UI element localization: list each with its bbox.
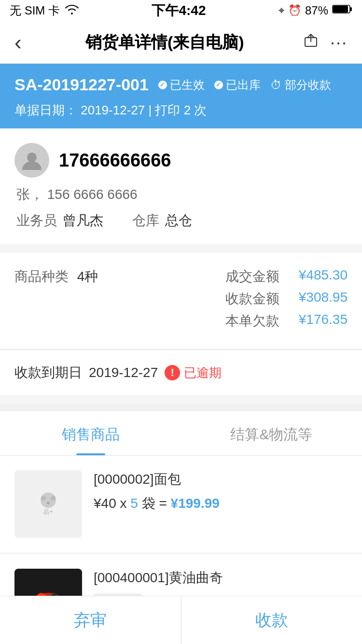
nav-bar: ‹ 销货单详情(来自电脑) ···: [0, 21, 362, 64]
customer-name-text: 张，: [16, 187, 43, 202]
sales-info: 业务员 曾凡杰: [16, 211, 103, 230]
product-types-label: 商品种类: [14, 269, 69, 284]
product-types-count: 4种: [77, 269, 98, 284]
status-time: 下午4:42: [152, 1, 206, 20]
bottom-bar: 弃审 收款: [0, 596, 362, 644]
price-unit-1: 袋: [142, 496, 155, 511]
overdue-label: 已逾期: [184, 364, 222, 381]
print-separator: | 打印: [148, 103, 180, 117]
product-name-2: [000400001]黄油曲奇: [94, 569, 348, 587]
battery-text: 87%: [305, 4, 328, 17]
financial-stats: 成交金额 ¥485.30 收款金额 ¥308.95 本单欠款 ¥176.35: [225, 267, 348, 334]
more-icon[interactable]: ···: [330, 32, 348, 53]
status-left: 无 SIM 卡: [10, 3, 79, 18]
tabs-container: 销售商品 结算&物流等: [0, 411, 362, 456]
customer-phone: 17666666666: [59, 150, 171, 171]
product-info-1: [0000002]面包 ¥40 x 5 袋 = ¥199.99: [94, 470, 348, 513]
debt-value: ¥176.35: [299, 312, 348, 330]
price-total-1: ¥199.99: [171, 496, 220, 511]
cancel-review-button[interactable]: 弃审: [0, 596, 181, 644]
customer-avatar: [14, 143, 49, 178]
collect-payment-label: 收款: [255, 609, 288, 631]
print-unit: 次: [194, 103, 207, 117]
order-date-line: 单据日期： 2019-12-27 | 打印 2 次: [14, 102, 348, 119]
amount-value: ¥485.30: [299, 267, 348, 286]
sales-label: 业务员: [16, 211, 57, 230]
warehouse-name: 总仓: [165, 211, 192, 230]
location-icon: ⌖: [278, 4, 284, 17]
product-price-1: ¥40 x 5 袋 = ¥199.99: [94, 494, 348, 513]
page-title: 销货单详情(来自电脑): [27, 31, 303, 54]
order-date: 2019-12-27: [81, 103, 145, 117]
price-eq-1: =: [159, 496, 170, 511]
svg-text:品+: 品+: [43, 508, 53, 515]
sim-status: 无 SIM 卡: [10, 3, 60, 18]
svg-rect-1: [350, 7, 352, 11]
badge-active: 已生效: [158, 77, 205, 93]
warehouse-label: 仓库: [132, 211, 159, 230]
divider-1: [0, 245, 362, 253]
received-label: 收款金额: [225, 290, 279, 308]
customer-meta: 业务员 曾凡杰 仓库 总仓: [14, 211, 348, 230]
customer-section: 17666666666 张， 156 6666 6666 业务员 曾凡杰 仓库 …: [0, 128, 362, 244]
tab-sales-products-label: 销售商品: [62, 426, 120, 442]
order-banner: SA-20191227-001 已生效 已出库 ⏱ 部分收款 单据日期： 201…: [0, 64, 362, 128]
svg-point-7: [51, 496, 56, 501]
received-row: 收款金额 ¥308.95: [225, 290, 348, 308]
customer-top: 17666666666: [14, 143, 348, 178]
order-banner-top: SA-20191227-001 已生效 已出库 ⏱ 部分收款: [14, 75, 348, 94]
clock-icon: ⏱: [270, 78, 282, 92]
customer-name-phone: 156 6666 6666: [47, 187, 138, 202]
badge-shipped: 已出库: [214, 77, 261, 93]
cancel-review-label: 弃审: [74, 609, 107, 631]
check-icon-active: [158, 81, 167, 89]
status-right: ⌖ ⏰ 87%: [278, 4, 352, 17]
alarm-icon: ⏰: [288, 4, 301, 17]
share-icon[interactable]: [303, 33, 319, 52]
price-x-1: x: [120, 496, 131, 511]
tab-settlement-label: 结算&物流等: [230, 426, 312, 442]
svg-rect-2: [333, 6, 348, 13]
debt-label: 本单欠款: [225, 312, 279, 330]
product-name-1: [0000002]面包: [94, 470, 348, 489]
due-section: 收款到期日 2019-12-27 ! 已逾期: [0, 350, 362, 396]
price-qty-1: 5: [130, 496, 138, 511]
date-label: 单据日期：: [14, 103, 77, 117]
order-id: SA-20191227-001: [14, 75, 149, 94]
received-value: ¥308.95: [299, 290, 348, 308]
tab-sales-products[interactable]: 销售商品: [0, 411, 181, 455]
product-item: 品+ [0000002]面包 ¥40 x 5 袋 = ¥199.99: [0, 456, 362, 552]
overdue-badge: ! 已逾期: [165, 364, 222, 381]
product-types: 商品种类 4种: [14, 267, 98, 286]
price-base-1: ¥40: [94, 496, 116, 511]
warehouse-info: 仓库 总仓: [132, 211, 192, 230]
divider-3: [0, 404, 362, 411]
check-icon-shipped: [214, 81, 223, 89]
svg-point-8: [47, 502, 50, 504]
customer-info: 张， 156 6666 6666: [14, 185, 348, 204]
wifi-icon: [65, 4, 79, 17]
tab-settlement[interactable]: 结算&物流等: [181, 411, 362, 455]
svg-point-4: [27, 153, 37, 162]
debt-row: 本单欠款 ¥176.35: [225, 312, 348, 330]
nav-actions: ···: [303, 32, 348, 53]
product-image-1: 品+: [14, 470, 82, 538]
due-date-value: 2019-12-27: [89, 365, 158, 380]
back-button[interactable]: ‹: [14, 26, 27, 59]
battery-icon: [332, 4, 352, 17]
due-date-label: 收款到期日: [14, 364, 82, 382]
sales-name: 曾凡杰: [63, 211, 103, 230]
collect-payment-button[interactable]: 收款: [181, 596, 362, 644]
badge-partial: ⏱ 部分收款: [270, 77, 331, 93]
svg-point-6: [41, 496, 46, 501]
overdue-icon: !: [165, 365, 180, 380]
amount-label: 成交金额: [225, 267, 279, 286]
stats-section: 商品种类 4种 成交金额 ¥485.30 收款金额 ¥308.95 本单欠款 ¥…: [0, 253, 362, 349]
print-count: 2: [184, 103, 191, 117]
status-bar: 无 SIM 卡 下午4:42 ⌖ ⏰ 87%: [0, 0, 362, 21]
amount-row: 成交金额 ¥485.30: [225, 267, 348, 286]
